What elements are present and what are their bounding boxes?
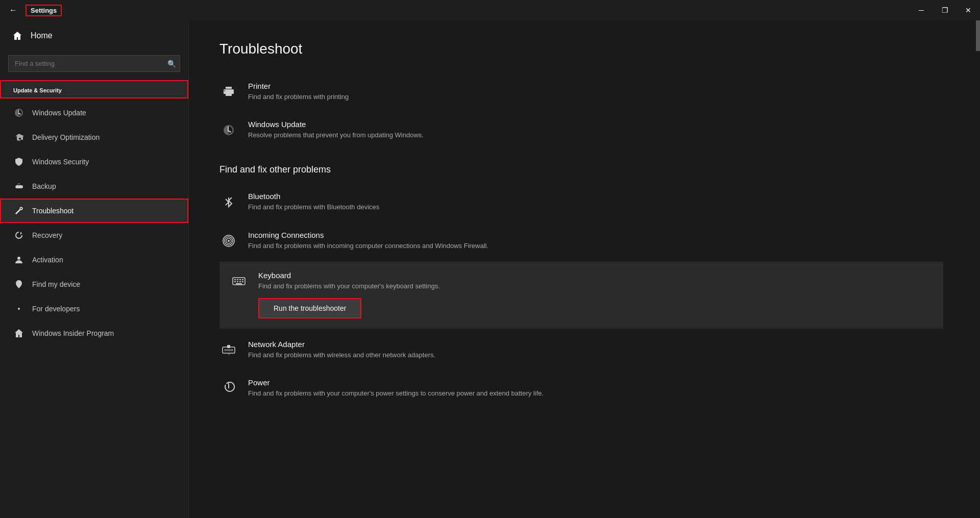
svg-rect-10 — [237, 279, 238, 280]
sidebar-label-activation: Activation — [32, 256, 63, 264]
svg-rect-19 — [224, 349, 233, 351]
home-icon — [12, 31, 22, 41]
bluetooth-title: Bluetooth — [248, 192, 379, 201]
keyboard-row: Keyboard Find and fix problems with your… — [230, 271, 933, 291]
svg-rect-21 — [229, 353, 229, 355]
svg-rect-12 — [242, 279, 243, 280]
recovery-icon — [14, 230, 24, 240]
run-troubleshooter-button[interactable]: Run the troubleshooter — [258, 298, 361, 318]
troubleshoot-item-incoming-connections: Incoming Connections Find and fix proble… — [219, 221, 943, 260]
sidebar-item-recovery[interactable]: Recovery — [0, 223, 188, 248]
svg-point-4 — [228, 240, 230, 242]
sidebar-item-find-my-device[interactable]: Find my device — [0, 272, 188, 297]
sidebar-label-windows-update: Windows Update — [32, 109, 86, 117]
network-adapter-icon — [219, 341, 238, 359]
bluetooth-icon — [219, 193, 238, 211]
windows-security-icon — [14, 157, 24, 167]
troubleshoot-item-power: Power Find and fix problems with your co… — [219, 369, 943, 407]
home-label: Home — [31, 31, 53, 40]
svg-rect-11 — [239, 279, 241, 280]
scrollbar[interactable] — [974, 20, 980, 518]
sidebar-label-backup: Backup — [32, 182, 56, 190]
incoming-connections-text: Incoming Connections Find and fix proble… — [248, 231, 488, 251]
troubleshoot-icon — [14, 206, 24, 216]
sidebar-item-troubleshoot[interactable]: Troubleshoot — [0, 199, 188, 223]
incoming-connections-desc: Find and fix problems with incoming comp… — [248, 241, 488, 251]
svg-rect-0 — [17, 139, 20, 141]
keyboard-icon — [230, 272, 248, 290]
network-adapter-title: Network Adapter — [248, 340, 435, 349]
main-layout: Home 🔍 Update & Security Windows Update … — [0, 20, 980, 518]
sidebar-item-windows-update[interactable]: Windows Update — [0, 101, 188, 125]
troubleshoot-item-printer: Printer Find and fix problems with print… — [219, 72, 943, 111]
windows-update-desc: Resolve problems that prevent you from u… — [248, 131, 424, 140]
backup-icon — [14, 181, 24, 191]
svg-rect-20 — [227, 345, 230, 348]
sidebar: Home 🔍 Update & Security Windows Update … — [0, 20, 189, 518]
svg-point-1 — [17, 257, 20, 260]
troubleshoot-item-keyboard-expanded: Keyboard Find and fix problems with your… — [219, 262, 943, 329]
sidebar-items-container: Windows Update Delivery Optimization Win… — [0, 101, 188, 346]
svg-point-3 — [18, 308, 20, 310]
app-title: Settings — [26, 5, 62, 16]
troubleshoot-item-bluetooth: Bluetooth Find and fix problems with Blu… — [219, 183, 943, 221]
for-developers-icon — [14, 304, 24, 314]
svg-rect-16 — [242, 281, 243, 282]
keyboard-desc: Find and fix problems with your computer… — [258, 282, 440, 291]
windows-update-title: Windows Update — [248, 120, 424, 129]
bluetooth-desc: Find and fix problems with Bluetooth dev… — [248, 203, 379, 212]
svg-rect-17 — [236, 283, 242, 284]
keyboard-title: Keyboard — [258, 271, 440, 280]
windows-update-text: Windows Update Resolve problems that pre… — [248, 120, 424, 140]
find-my-device-icon — [14, 279, 24, 289]
troubleshoot-item-windows-update: Windows Update Resolve problems that pre… — [219, 111, 943, 149]
other-section-heading: Find and fix other problems — [219, 164, 943, 175]
close-button[interactable]: ✕ — [957, 0, 980, 20]
troubleshoot-item-network-adapter: Network Adapter Find and fix problems wi… — [219, 331, 943, 369]
sidebar-label-windows-insider: Windows Insider Program — [32, 329, 114, 337]
sidebar-item-windows-security[interactable]: Windows Security — [0, 150, 188, 174]
section-label: Update & Security — [0, 80, 188, 98]
windows-update-icon — [219, 121, 238, 139]
printer-title: Printer — [248, 82, 349, 90]
search-input[interactable] — [8, 55, 180, 72]
sidebar-item-delivery-optimization[interactable]: Delivery Optimization — [0, 125, 188, 150]
network-adapter-text: Network Adapter Find and fix problems wi… — [248, 340, 435, 360]
search-button[interactable]: 🔍 — [167, 60, 176, 68]
sidebar-item-windows-insider[interactable]: Windows Insider Program — [0, 321, 188, 346]
sidebar-label-for-developers: For developers — [32, 305, 80, 313]
svg-rect-13 — [234, 281, 236, 282]
windows-insider-icon — [14, 328, 24, 338]
printer-text: Printer Find and fix problems with print… — [248, 82, 349, 102]
titlebar: ← Settings ─ ❐ ✕ — [0, 0, 980, 20]
top-items-container: Printer Find and fix problems with print… — [219, 72, 943, 149]
sidebar-label-delivery-optimization: Delivery Optimization — [32, 133, 100, 141]
page-title: Troubleshoot — [219, 41, 943, 57]
bluetooth-text: Bluetooth Find and fix problems with Blu… — [248, 192, 379, 212]
svg-rect-15 — [239, 281, 241, 282]
sidebar-item-backup[interactable]: Backup — [0, 174, 188, 199]
windows-update-icon — [14, 108, 24, 118]
sidebar-label-troubleshoot: Troubleshoot — [32, 207, 74, 215]
sidebar-item-activation[interactable]: Activation — [0, 248, 188, 272]
power-icon — [219, 379, 238, 398]
svg-rect-14 — [237, 281, 238, 282]
back-button[interactable]: ← — [5, 2, 21, 18]
sidebar-label-find-my-device: Find my device — [32, 280, 80, 288]
incoming-connections-title: Incoming Connections — [248, 231, 488, 239]
power-title: Power — [248, 378, 544, 387]
printer-icon — [219, 83, 238, 101]
keyboard-text: Keyboard Find and fix problems with your… — [258, 271, 440, 291]
titlebar-left: ← Settings — [5, 2, 62, 18]
activation-icon — [14, 255, 24, 265]
minimize-button[interactable]: ─ — [910, 0, 933, 20]
svg-rect-9 — [234, 279, 236, 280]
sidebar-item-home[interactable]: Home — [0, 20, 188, 51]
network-adapter-desc: Find and fix problems with wireless and … — [248, 351, 435, 360]
incoming-connections-icon — [219, 232, 238, 250]
sidebar-label-recovery: Recovery — [32, 231, 62, 239]
maximize-button[interactable]: ❐ — [933, 0, 957, 20]
power-text: Power Find and fix problems with your co… — [248, 378, 544, 398]
sidebar-item-for-developers[interactable]: For developers — [0, 297, 188, 321]
search-box: 🔍 — [8, 55, 180, 72]
